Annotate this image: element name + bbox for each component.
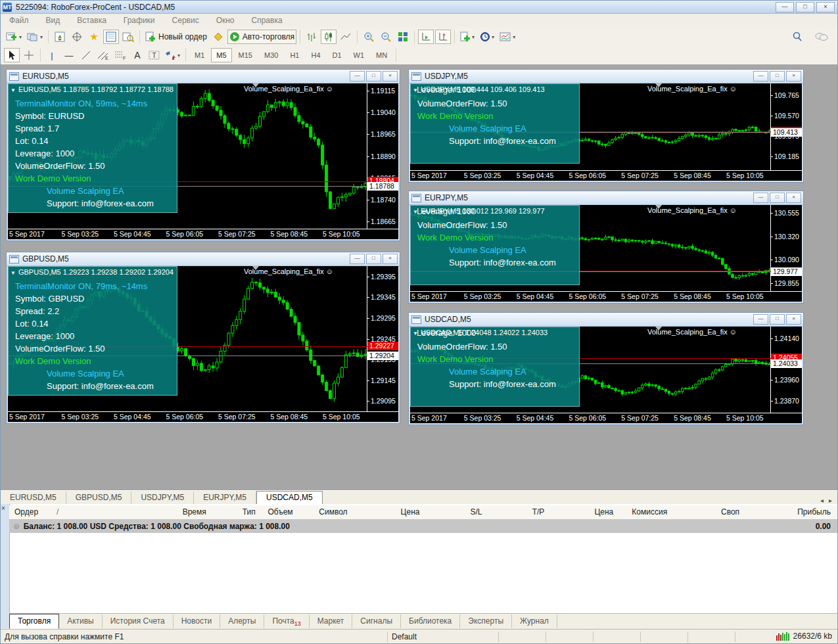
chart-minimize-button[interactable]: — bbox=[753, 71, 768, 81]
chart-area[interactable]: VolumeOrderFlow: 1.50Work Demo VersionVo… bbox=[410, 83, 802, 181]
chart-shift-button[interactable] bbox=[435, 30, 451, 44]
chart-close-button[interactable]: × bbox=[383, 254, 398, 264]
quote-marker-icon[interactable]: ▼ bbox=[11, 270, 16, 276]
smiley-icon[interactable]: ☺ bbox=[730, 85, 737, 93]
terminal-tab-4[interactable]: Алерты bbox=[220, 614, 264, 628]
terminal-tab-0[interactable]: Торговля bbox=[9, 614, 59, 629]
profiles-button[interactable]: ▾ bbox=[25, 30, 45, 44]
market-watch-toggle-button[interactable] bbox=[103, 30, 119, 44]
line-chart-type-button[interactable] bbox=[338, 30, 354, 44]
terminal-tab-2[interactable]: История Счета bbox=[103, 614, 174, 628]
candlestick-chart-type-button[interactable] bbox=[321, 30, 337, 44]
chart-tab-eurusd-m5[interactable]: EURUSD,M5 bbox=[1, 492, 66, 504]
chart-plot[interactable]: VolumeOrderFlow: 1.50Work Demo VersionVo… bbox=[410, 205, 771, 292]
chart-close-button[interactable]: × bbox=[383, 71, 398, 81]
smiley-icon[interactable]: ☺ bbox=[326, 267, 333, 275]
auto-scroll-button[interactable] bbox=[418, 30, 434, 44]
horizontal-line-tool-button[interactable]: — bbox=[61, 48, 77, 62]
column-header-7[interactable]: T/P bbox=[488, 505, 551, 519]
text-label-tool-button[interactable]: T bbox=[147, 48, 162, 62]
menu-item-0[interactable]: Файл bbox=[1, 14, 37, 25]
column-header-3[interactable]: Объем bbox=[262, 505, 300, 519]
sort-indicator-icon[interactable]: / bbox=[57, 507, 58, 517]
chart-title-bar[interactable]: USDCAD,M5—□× bbox=[409, 313, 803, 327]
column-header-2[interactable]: Тип bbox=[213, 505, 262, 519]
new-chart-button[interactable]: ▾ bbox=[4, 30, 24, 44]
column-header-1[interactable]: Время bbox=[160, 505, 213, 519]
column-header-10[interactable]: Своп bbox=[674, 505, 746, 519]
arrows-tool-button[interactable]: ▾ bbox=[164, 48, 182, 62]
column-header-0[interactable]: Ордер/ bbox=[9, 505, 160, 519]
column-header-5[interactable]: Цена bbox=[354, 505, 427, 519]
menu-item-4[interactable]: Сервис bbox=[164, 14, 208, 25]
chart-area[interactable]: VolumeOrderFlow: 1.50Work Demo VersionVo… bbox=[410, 205, 802, 302]
menu-item-3[interactable]: Графики bbox=[115, 14, 164, 25]
menu-item-2[interactable]: Вставка bbox=[68, 14, 115, 25]
chart-plot[interactable]: VolumeOrderFlow: 1.50Work Demo VersionVo… bbox=[410, 83, 771, 171]
terminal-tab-6[interactable]: Маркет bbox=[310, 614, 353, 628]
chart-restore-button[interactable]: □ bbox=[366, 71, 381, 81]
menu-item-5[interactable]: Окно bbox=[208, 14, 243, 25]
chart-tab-eurjpy-m5[interactable]: EURJPY,M5 bbox=[194, 492, 256, 504]
market-watch-button[interactable] bbox=[52, 30, 68, 44]
tab-scroll-left-icon[interactable]: ◂ bbox=[820, 497, 824, 504]
chart-plot[interactable]: TerminalMonitor ON, 79ms, ~14msSymbol: G… bbox=[8, 266, 367, 412]
chart-tab-gbpusd-m5[interactable]: GBPUSD,M5 bbox=[66, 492, 132, 504]
indicators-button[interactable]: ▾ bbox=[458, 30, 477, 44]
text-tool-button[interactable]: A bbox=[129, 48, 145, 62]
terminal-tab-1[interactable]: Активы bbox=[59, 614, 103, 628]
chart-area[interactable]: TerminalMonitor ON, 59ms, ~14msSymbol: E… bbox=[8, 83, 398, 239]
chart-plot[interactable]: TerminalMonitor ON, 59ms, ~14msSymbol: E… bbox=[8, 83, 367, 229]
tile-windows-button[interactable] bbox=[395, 30, 411, 44]
chart-restore-button[interactable]: □ bbox=[770, 71, 785, 81]
chart-title-bar[interactable]: USDJPY,M5—□× bbox=[409, 70, 803, 83]
status-profile[interactable]: Default bbox=[392, 632, 417, 641]
smiley-icon[interactable]: ☺ bbox=[326, 85, 333, 93]
column-header-11[interactable]: Прибыль bbox=[746, 505, 837, 519]
fibonacci-tool-button[interactable]: F bbox=[112, 48, 128, 62]
new-order-button[interactable]: Новый ордер bbox=[143, 30, 209, 44]
column-header-6[interactable]: S/L bbox=[426, 505, 488, 519]
terminal-tab-10[interactable]: Журнал bbox=[512, 614, 557, 628]
metaeditor-button[interactable] bbox=[210, 30, 226, 44]
chart-restore-button[interactable]: □ bbox=[770, 314, 785, 325]
strategy-tester-button[interactable] bbox=[120, 30, 136, 44]
chart-restore-button[interactable]: □ bbox=[366, 254, 381, 264]
quote-marker-icon[interactable]: ▼ bbox=[413, 209, 418, 215]
chart-window-usdcad[interactable]: USDCAD,M5—□×VolumeOrderFlow: 1.50Work De… bbox=[408, 312, 804, 425]
cursor-tool-button[interactable] bbox=[4, 48, 20, 62]
terminal-tab-8[interactable]: Библиотека bbox=[401, 614, 460, 628]
terminal-tab-5[interactable]: Почта13 bbox=[264, 614, 309, 628]
chart-area[interactable]: TerminalMonitor ON, 79ms, ~14msSymbol: G… bbox=[8, 266, 398, 422]
chart-title-bar[interactable]: EURUSD,M5—□× bbox=[7, 70, 400, 83]
zoom-out-button[interactable] bbox=[378, 30, 394, 44]
quote-marker-icon[interactable]: ▼ bbox=[413, 331, 418, 336]
chart-plot[interactable]: VolumeOrderFlow: 1.50Work Demo VersionVo… bbox=[410, 327, 771, 413]
chart-tab-usdcad-m5[interactable]: USDCAD,M5 bbox=[256, 491, 323, 505]
column-header-8[interactable]: Цена bbox=[551, 505, 620, 519]
chart-title-bar[interactable]: EURJPY,M5—□× bbox=[409, 191, 803, 205]
smiley-icon[interactable]: ☺ bbox=[730, 206, 737, 214]
chart-window-usdjpy[interactable]: USDJPY,M5—□×VolumeOrderFlow: 1.50Work De… bbox=[408, 69, 804, 183]
quote-marker-icon[interactable]: ▼ bbox=[413, 87, 418, 93]
menu-item-1[interactable]: Вид bbox=[37, 14, 69, 25]
timeframe-button-MN[interactable]: MN bbox=[371, 48, 392, 62]
navigator-button[interactable]: ★ bbox=[86, 30, 102, 44]
timeframe-button-M15[interactable]: M15 bbox=[233, 48, 258, 62]
minimize-button[interactable]: — bbox=[776, 2, 794, 12]
chart-minimize-button[interactable]: — bbox=[753, 193, 768, 203]
chart-close-button[interactable]: × bbox=[786, 193, 801, 203]
search-icon[interactable] bbox=[789, 30, 805, 44]
periods-button[interactable]: ▾ bbox=[478, 30, 496, 44]
close-button[interactable]: × bbox=[816, 2, 835, 12]
chart-close-button[interactable]: × bbox=[786, 71, 801, 81]
bar-chart-type-button[interactable] bbox=[304, 30, 319, 44]
chart-title-bar[interactable]: GBPUSD,M5—□× bbox=[7, 252, 400, 266]
chart-minimize-button[interactable]: — bbox=[350, 254, 365, 264]
timeframe-button-D1[interactable]: D1 bbox=[327, 48, 347, 62]
tab-scroll-right-icon[interactable]: ▸ bbox=[829, 497, 832, 504]
community-chat-icon[interactable] bbox=[813, 30, 830, 44]
zoom-in-button[interactable] bbox=[361, 30, 377, 44]
chart-window-eurusd[interactable]: EURUSD,M5—□×TerminalMonitor ON, 59ms, ~1… bbox=[6, 69, 400, 241]
timeframe-button-H4[interactable]: H4 bbox=[306, 48, 325, 62]
